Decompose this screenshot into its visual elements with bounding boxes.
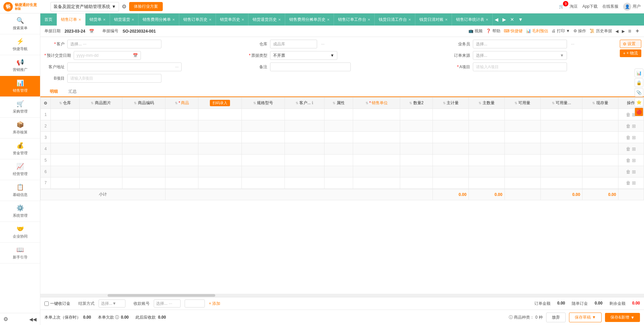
tab-invoice[interactable]: 销货单 ✕ xyxy=(85,13,110,26)
th-main-unit[interactable]: ⇅ 主计量 xyxy=(433,97,469,109)
th-available[interactable]: ⇅ 可用量 xyxy=(504,97,540,109)
right-panel-star[interactable]: ⭐ xyxy=(635,98,643,107)
delete-icon-5[interactable]: 🗑 xyxy=(626,158,631,163)
tab-invoice-hist[interactable]: 销货单历史 ✕ xyxy=(216,13,249,26)
delete-icon-2[interactable]: 🗑 xyxy=(626,123,631,129)
sidebar-item-inventory[interactable]: 📦 库存核算 xyxy=(0,118,40,138)
row-1-customer-code[interactable] xyxy=(285,109,324,120)
tab-nav-next[interactable]: ▶ xyxy=(500,17,508,22)
tab-close-cash-reconcile[interactable]: ✕ xyxy=(445,18,448,22)
th-scan[interactable]: 扫码录入 xyxy=(198,97,241,109)
tab-close-sales-order[interactable]: ✕ xyxy=(78,18,81,22)
tab-expense-hist[interactable]: 销售费用分摊单历史 ✕ xyxy=(285,13,334,26)
copy-icon-5[interactable]: ⊞ xyxy=(632,158,636,163)
calendar-icon[interactable]: 📅 xyxy=(89,29,94,34)
tab-nav-list[interactable]: ▼ xyxy=(516,17,525,22)
row-1-code[interactable] xyxy=(122,109,165,120)
tab-close-cash-workbench[interactable]: ✕ xyxy=(408,18,411,22)
customer-more-btn[interactable]: ··· xyxy=(82,42,86,46)
sidebar-item-guide[interactable]: 📖 新手引导 xyxy=(0,243,40,263)
delete-icon-4[interactable]: 🗑 xyxy=(626,146,631,152)
save-draft-btn[interactable]: 保存草稿 ▼ xyxy=(569,313,602,322)
invoice-select[interactable]: 不开票 ▼ xyxy=(270,51,337,60)
copy-icon-2[interactable]: ⊞ xyxy=(632,123,636,129)
sidebar-item-system[interactable]: ⚙️ 系统管理 xyxy=(0,201,40,222)
tab-sales-stats[interactable]: 销售订单统计表 ✕ xyxy=(452,13,493,26)
th-spec[interactable]: ⇅ 规格型号 xyxy=(241,97,285,109)
help-btn[interactable]: ❓ 帮助 xyxy=(486,28,500,34)
sidebar-item-sales[interactable]: 📊 销售管理 xyxy=(0,76,40,97)
row-1-unit[interactable] xyxy=(353,109,400,120)
th-unit[interactable]: ⇅ *销售单位 xyxy=(353,97,400,109)
new-record-btn[interactable]: ＋ xyxy=(635,28,640,35)
tab-nav-prev[interactable]: ◀ xyxy=(493,17,500,22)
view-btn[interactable]: 📺 视频 xyxy=(468,28,483,34)
sidebar-item-search[interactable]: 🔍 搜索菜单 xyxy=(0,13,40,34)
right-panel-lock[interactable]: 🔒 xyxy=(635,78,643,87)
account-more-btn[interactable]: ··· xyxy=(167,301,172,306)
delivery-input[interactable]: yyyy-mm-dd 📅 xyxy=(74,51,141,60)
tab-return-hist[interactable]: 销货退货历史 ✕ xyxy=(249,13,285,26)
copy-icon-6[interactable]: ⊞ xyxy=(632,169,636,174)
delete-icon-7[interactable]: 🗑 xyxy=(626,180,631,186)
system-name[interactable]: 装备及固定资产辅助管理系统 ▼ xyxy=(50,2,119,11)
tab-summary[interactable]: 汇总 xyxy=(63,87,82,96)
row-1-warehouse[interactable] xyxy=(51,109,80,120)
tab-close-return[interactable]: ✕ xyxy=(131,18,134,22)
tab-nav-close-all[interactable]: ✕ xyxy=(508,17,516,22)
row-1-product[interactable] xyxy=(165,109,198,120)
prev-record-btn[interactable]: ◀ xyxy=(615,29,618,34)
settings-icon[interactable]: ⚙ xyxy=(122,3,126,10)
staff-input[interactable]: 选择... xyxy=(473,40,567,48)
address-more-btn[interactable]: ··· xyxy=(174,65,179,69)
amount-input[interactable]: 0.00 xyxy=(185,299,205,308)
sidebar-settings-icon[interactable]: ⚙ xyxy=(3,316,8,322)
tab-close-sales-stats[interactable]: ✕ xyxy=(486,18,488,22)
shop-area[interactable]: 🛒 9 淘豆 xyxy=(559,4,578,9)
one-key-checkbox[interactable]: 一键收订金 xyxy=(44,301,70,307)
sidebar-item-purchase[interactable]: 🛒 采购管理 xyxy=(0,97,40,118)
remark-input[interactable] xyxy=(270,63,351,71)
b-project-input[interactable]: 请输入B项目 xyxy=(67,74,161,83)
tab-close-expense[interactable]: ✕ xyxy=(172,18,175,22)
th-settings[interactable]: ⚙ xyxy=(41,97,51,109)
delete-icon-1[interactable]: 🗑 xyxy=(626,112,631,117)
online-service[interactable]: 在线客服 xyxy=(602,4,618,9)
sidebar-item-nav[interactable]: ⚡ 快捷导航 xyxy=(0,34,40,55)
th-attr[interactable]: ⇅ 属性 xyxy=(324,97,353,109)
th-available2[interactable]: ⇅ 可用量... xyxy=(540,97,582,109)
shortcut-btn[interactable]: ⌨ 快捷键 xyxy=(504,28,523,34)
th-product[interactable]: ⇅ *商品 xyxy=(165,97,198,109)
app-download[interactable]: App下载 xyxy=(582,4,598,9)
row-1-attr[interactable] xyxy=(324,109,353,120)
tab-close-invoice-hist[interactable]: ✕ xyxy=(241,18,244,22)
add-payment-link[interactable]: + 添加 xyxy=(209,301,220,307)
row-1-image[interactable] xyxy=(79,109,122,120)
warehouse-input[interactable]: 成品库 xyxy=(270,40,317,48)
right-panel-alert[interactable]: 🔴 xyxy=(635,108,643,116)
copy-icon-7[interactable]: ⊞ xyxy=(632,180,636,186)
th-stock[interactable]: ⇅ 现存量 xyxy=(582,97,618,109)
right-panel-link[interactable]: 📎 xyxy=(635,88,643,97)
right-panel-chart[interactable]: 📊 xyxy=(635,69,643,77)
warehouse-more-btn[interactable]: ··· xyxy=(320,42,325,46)
trial-btn[interactable]: 体验行业方案 xyxy=(129,2,163,11)
sidebar-collapse-icon[interactable]: ◀◀ xyxy=(29,317,37,322)
account-input[interactable]: 选择... ··· xyxy=(154,299,181,308)
date-picker-icon[interactable]: 📅 xyxy=(133,53,138,58)
tab-home[interactable]: 首页 xyxy=(40,13,57,26)
sidebar-item-finance[interactable]: 💰 资金管理 xyxy=(0,138,40,159)
sidebar-item-marketing[interactable]: 📢 营销推广 xyxy=(0,55,40,76)
scroll-thumb[interactable] xyxy=(108,294,215,297)
th-customer-code[interactable]: ⇅ 客户... ℹ xyxy=(285,97,324,109)
settings-btn[interactable]: ⚙ 设置 xyxy=(620,40,641,48)
one-key-checkbox-input[interactable] xyxy=(44,301,49,306)
staff-more-btn[interactable]: ··· xyxy=(570,42,574,46)
row-1-spec[interactable] xyxy=(241,109,285,120)
th-qty2[interactable]: ⇅ 数量2 xyxy=(400,97,433,109)
th-image[interactable]: ⇅ 商品图片 xyxy=(79,97,122,109)
tab-expense[interactable]: 销售费用分摊单 ✕ xyxy=(139,13,179,26)
save-new-btn[interactable]: 保存&新增 ▼ xyxy=(605,313,640,322)
print-btn[interactable]: 🖨 打印 ▼ xyxy=(552,28,570,34)
next-record-btn[interactable]: ▶ xyxy=(622,29,625,34)
